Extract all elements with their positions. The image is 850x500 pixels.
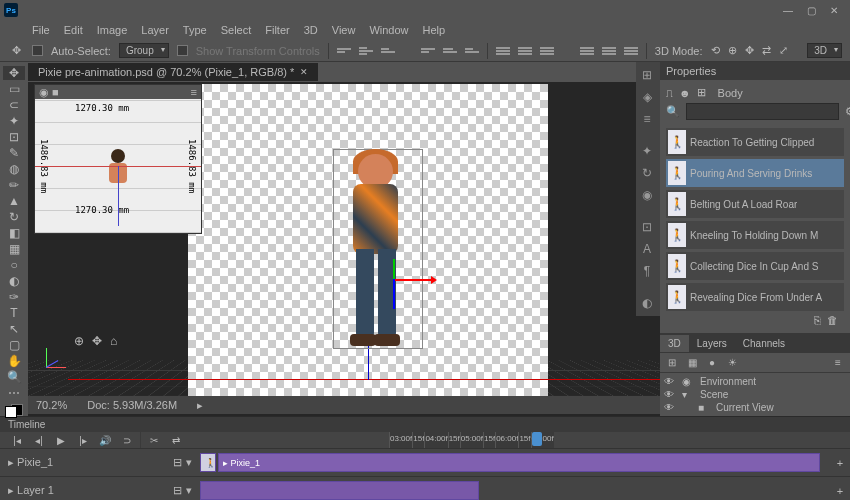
move-tool[interactable]: ✥ [3,66,25,80]
visibility-icon[interactable]: 👁 [664,389,678,400]
maximize-button[interactable]: ▢ [807,5,816,16]
tab-3d[interactable]: 3D [660,335,689,352]
track-opt-icon[interactable]: ⊟ [173,484,182,497]
dodge-tool[interactable]: ◐ [3,274,25,288]
goto-first-button[interactable]: |◂ [8,432,26,448]
menu-select[interactable]: Select [221,24,252,36]
prev-frame-button[interactable]: ◂| [30,432,48,448]
zoom-tool[interactable]: 🔍 [3,370,25,384]
panel-icon-6[interactable]: ◉ [638,186,656,204]
pen-tool[interactable]: ✑ [3,290,25,304]
marquee-tool[interactable]: ▭ [3,82,25,96]
tab-close-icon[interactable]: ✕ [300,67,308,77]
transition-button[interactable]: ⇄ [167,432,185,448]
gizmo-z-axis[interactable] [393,279,395,309]
loop-button[interactable]: ⊃ [118,432,136,448]
panel-icon-3[interactable]: ≡ [638,110,656,128]
filter-mesh-icon[interactable]: ▦ [684,355,700,371]
scene-item[interactable]: 👁◉Environment [660,375,850,388]
history-brush-tool[interactable]: ↻ [3,210,25,224]
tab-channels[interactable]: Channels [735,335,793,352]
gradient-tool[interactable]: ▦ [3,242,25,256]
crop-tool[interactable]: ⊡ [3,130,25,144]
secondary-view[interactable]: ◉ ■ ≡ 1270.30 mm 1270.30 mm 1486.83 mm 1… [34,84,202,234]
panel-icon-2[interactable]: ◈ [638,88,656,106]
properties-header[interactable]: Properties [660,62,850,80]
show-transform-checkbox[interactable] [177,45,188,56]
next-frame-button[interactable]: |▸ [74,432,92,448]
panel-icon-10[interactable]: ◐ [638,294,656,312]
animation-item[interactable]: 🚶Belting Out A Load Roar [666,190,844,218]
track-body[interactable] [200,477,820,500]
close-button[interactable]: ✕ [830,5,838,16]
shape-tool[interactable]: ▢ [3,338,25,352]
menu-file[interactable]: File [32,24,50,36]
filter-light-icon[interactable]: ☀ [724,355,740,371]
menu-image[interactable]: Image [97,24,128,36]
scene-item[interactable]: 👁☀Infinite Light 1 [660,414,850,416]
distribute-2-icon[interactable] [518,44,532,58]
zoom-level[interactable]: 70.2% [36,399,67,411]
trash-icon[interactable]: 🗑 [827,314,838,326]
align-bottom-icon[interactable] [381,44,395,58]
auto-select-dropdown[interactable]: Group [119,43,169,58]
track-menu-icon[interactable]: ▾ [186,484,192,497]
view-menu-icon[interactable]: ≡ [191,86,197,98]
type-tool[interactable]: T [3,306,25,320]
3d-scale-icon[interactable]: ⤢ [779,44,788,57]
panel-icon-5[interactable]: ↻ [638,164,656,182]
workspace-dropdown[interactable]: 3D [807,43,842,58]
add-track-button[interactable]: + [830,485,850,497]
animation-item[interactable]: 🚶Collecting Dice In Cup And S [666,252,844,280]
clip-thumb[interactable]: 🚶 [200,453,216,472]
visibility-icon[interactable]: 👁 [664,402,678,413]
distribute-3-icon[interactable] [540,44,554,58]
menu-window[interactable]: Window [369,24,408,36]
eraser-tool[interactable]: ◧ [3,226,25,240]
menu-type[interactable]: Type [183,24,207,36]
playhead[interactable] [532,432,542,446]
wand-tool[interactable]: ✦ [3,114,25,128]
tab-layers[interactable]: Layers [689,335,735,352]
filter-material-icon[interactable]: ● [704,355,720,371]
axis-widget[interactable] [46,338,76,368]
add-track-button[interactable]: + [830,457,850,469]
menu-edit[interactable]: Edit [64,24,83,36]
distribute-6-icon[interactable] [624,44,638,58]
align-left-icon[interactable] [421,44,435,58]
menu-help[interactable]: Help [423,24,446,36]
3d-pan-icon[interactable]: ✥ [745,44,754,57]
scene-item[interactable]: 👁■Current View [660,401,850,414]
animation-item[interactable]: 🚶Kneeling To Holding Down M [666,221,844,249]
panel-icon-4[interactable]: ✦ [638,142,656,160]
stamp-tool[interactable]: ▲ [3,194,25,208]
track-body[interactable]: 🚶▸ Pixie_1 [200,449,820,476]
distribute-1-icon[interactable] [496,44,510,58]
audio-button[interactable]: 🔊 [96,432,114,448]
track-menu-icon[interactable]: ▾ [186,456,192,469]
visibility-icon[interactable]: 👁 [664,376,678,387]
hand-tool[interactable]: ✋ [3,354,25,368]
document-canvas[interactable] [188,84,548,396]
animation-item[interactable]: 🚶Reaction To Getting Clipped [666,128,844,156]
filter-scene-icon[interactable]: ⊞ [664,355,680,371]
3d-slide-icon[interactable]: ⇄ [762,44,771,57]
eyedropper-tool[interactable]: ✎ [3,146,25,160]
blur-tool[interactable]: ○ [3,258,25,272]
menu-view[interactable]: View [332,24,356,36]
track-header[interactable]: ▸ Layer 1⊟▾ [0,484,200,497]
timeline-clip[interactable] [200,481,479,500]
timeline-ruler[interactable]: 03:00f15f04:00f15f05:00f15f06:00f15f07:0… [389,432,554,448]
edit-toolbar[interactable]: ⋯ [3,386,25,400]
animation-item[interactable]: 🚶Revealing Dice From Under A [666,283,844,311]
3d-gizmo[interactable] [368,254,418,304]
scene-item[interactable]: 👁▾Scene [660,388,850,401]
track-header[interactable]: ▸ Pixie_1⊟▾ [0,456,200,469]
menu-filter[interactable]: Filter [265,24,289,36]
distribute-4-icon[interactable] [580,44,594,58]
settings-icon[interactable]: ⚙ [845,105,850,118]
dolly-icon[interactable]: ⌂ [110,334,117,348]
split-button[interactable]: ✂ [145,432,163,448]
timeline-clip[interactable]: ▸ Pixie_1 [218,453,820,472]
align-top-icon[interactable] [337,44,351,58]
